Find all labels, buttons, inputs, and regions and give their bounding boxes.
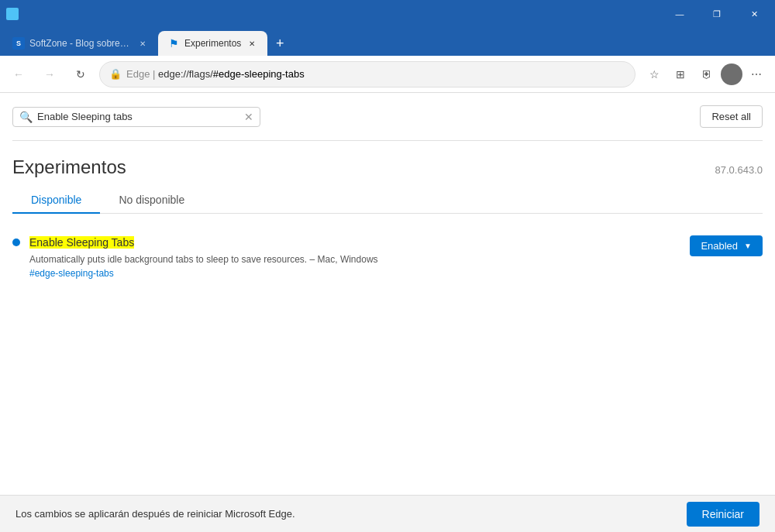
windows-start-icon[interactable] [6,8,19,20]
more-button[interactable]: ⋯ [744,62,769,87]
minimize-button[interactable]: — [662,0,698,28]
profile-avatar[interactable] [721,63,742,85]
address-input[interactable]: 🔒 Edge | edge://flags/#edge-sleeping-tab… [99,61,636,88]
refresh-button[interactable]: ↻ [68,62,93,87]
flag-control: Enabled ▼ [690,235,763,256]
collections-button[interactable]: ⊞ [668,62,693,87]
bottom-bar: Los cambios se aplicarán después de rein… [0,495,775,532]
bottom-message: Los cambios se aplicarán después de rein… [16,508,295,520]
flags-search-bar: 🔍 ✕ Reset all [12,93,763,141]
flag-link[interactable]: #edge-sleeping-tabs [29,268,680,279]
page-header: Experimentos 87.0.643.0 [12,141,763,187]
title-bar: — ❐ ✕ [0,0,775,28]
address-bar: ← → ↻ 🔒 Edge | edge://flags/#edge-sleepi… [0,56,775,93]
reiniciar-button[interactable]: Reiniciar [687,502,760,527]
tab-experimentos-favicon: ⚑ [167,37,180,50]
enabled-label: Enabled [701,240,738,252]
tab-softzone[interactable]: S SoftZone - Blog sobre software... ✕ [3,31,158,56]
address-text: Edge | edge://flags/#edge-sleeping-tabs [126,68,625,80]
toolbar-icons: ☆ ⊞ ⛨ ⋯ [642,62,769,87]
address-path: edge://flags/#edge-sleeping-tabs [158,68,305,80]
tab-no-disponible[interactable]: No disponible [100,187,203,214]
window-controls: — ❐ ✕ [662,0,772,28]
restore-button[interactable]: ❐ [699,0,735,28]
search-input-wrap[interactable]: 🔍 ✕ [12,107,260,127]
tab-softzone-close[interactable]: ✕ [136,37,149,50]
tab-softzone-favicon: S [12,37,25,50]
chevron-down-icon: ▼ [744,242,752,250]
reset-all-button[interactable]: Reset all [700,105,763,128]
tab-softzone-label: SoftZone - Blog sobre software... [29,38,132,49]
tab-bar: S SoftZone - Blog sobre software... ✕ ⚑ … [0,28,775,56]
search-clear-icon[interactable]: ✕ [244,111,253,123]
address-domain: Edge [126,68,150,80]
forward-button[interactable]: → [37,62,62,87]
flag-name: Enable Sleeping Tabs [29,236,134,249]
flag-description: Automatically puts idle background tabs … [29,252,680,266]
flag-dot [12,239,20,246]
page-content: 🔍 ✕ Reset all Experimentos 87.0.643.0 Di… [0,93,775,495]
favorite-button[interactable]: ☆ [642,62,666,87]
page-title: Experimentos [12,156,126,178]
version-label: 87.0.643.0 [715,164,763,176]
flag-item: Enable Sleeping Tabs Automatically puts … [12,229,763,291]
flag-info: Enable Sleeping Tabs Automatically puts … [29,235,680,279]
close-button[interactable]: ✕ [736,0,772,28]
enabled-button[interactable]: Enabled ▼ [690,235,763,256]
lock-icon: 🔒 [109,68,122,80]
tab-disponible[interactable]: Disponible [12,187,100,214]
search-icon: 🔍 [19,111,33,123]
tab-experimentos-label: Experimentos [184,38,241,49]
flags-tabs: Disponible No disponible [12,187,763,214]
tab-experimentos-close[interactable]: ✕ [246,37,258,50]
search-input[interactable] [37,111,239,122]
browser-essentials-button[interactable]: ⛨ [694,62,719,87]
new-tab-button[interactable]: + [267,31,292,56]
tab-experimentos[interactable]: ⚑ Experimentos ✕ [158,31,267,56]
back-button[interactable]: ← [6,62,31,87]
